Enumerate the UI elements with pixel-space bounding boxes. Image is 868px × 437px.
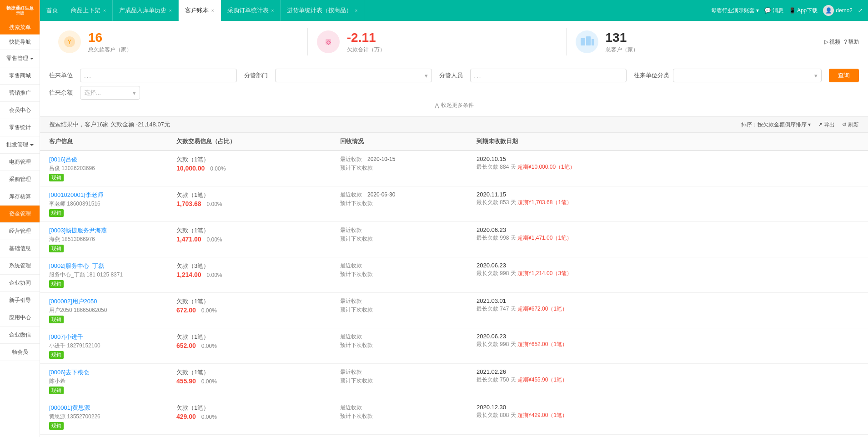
top-nav-right: 母婴行业演示账套 ▾ 💬 消息 📱 App下载 👤 demo2 ⤢ xyxy=(706,5,868,16)
sidebar-item-finance[interactable]: 资金管理 xyxy=(0,206,40,223)
debt-info-cell: 欠款（1笔） 429.00 0.00% xyxy=(176,404,340,420)
debt-info-cell: 欠款（1笔） 455.90 0.00% xyxy=(176,368,340,385)
overdue-link[interactable]: 超期¥429.00（1笔） xyxy=(517,412,567,418)
filter-dept-select[interactable]: ▾ xyxy=(275,69,432,82)
customer-badge: 现销 xyxy=(49,351,64,359)
customer-info-cell: [000001]黄思源 黄思源 13552700226 现销 xyxy=(49,404,176,430)
customer-name-link[interactable]: [000002]用户2050 xyxy=(49,297,176,306)
total-debt-value: -2.11 xyxy=(347,30,385,45)
overdue-link[interactable]: 超期¥672.00（1笔） xyxy=(517,306,567,312)
customer-name-link[interactable]: [0006]去下粮仓 xyxy=(49,368,176,377)
sidebar-item-purchase[interactable]: 采购管理 xyxy=(0,171,40,188)
table-header: 客户信息 欠款交易信息（占比） 回收情况 到期未收款日期 xyxy=(40,133,868,151)
user-avatar[interactable]: 👤 demo2 xyxy=(823,5,853,16)
sidebar-item-operations[interactable]: 经营管理 xyxy=(0,223,40,240)
customer-name-link[interactable]: [0016]吕俊 xyxy=(49,156,176,164)
industry-selector[interactable]: 母婴行业演示账套 ▾ xyxy=(711,7,759,15)
customer-name-link[interactable]: [0002]服务中心_丁磊 xyxy=(49,262,176,270)
sidebar-item-system[interactable]: 系统管理 xyxy=(0,257,40,275)
refresh-btn[interactable]: ↺ 刷新 xyxy=(842,121,859,129)
logo-text: 畅捷通好生意 示版 xyxy=(6,5,34,16)
overdue-link[interactable]: 超期¥10,000.00（1笔） xyxy=(517,164,575,170)
sidebar-item-retail-mgmt[interactable]: 零售管理 xyxy=(0,50,40,67)
sidebar-item-retail-mall[interactable]: 零售商城 xyxy=(0,67,40,85)
sort-selector[interactable]: 排序：按欠款金额倒序排序 ▾ xyxy=(741,121,811,129)
customer-contact: 服务中心_丁磊 181 0125 8371 xyxy=(49,271,176,279)
filter-person-input[interactable]: ... xyxy=(470,69,627,82)
customer-name-link[interactable]: [000001]黄思源 xyxy=(49,404,176,412)
due-date-cell: 2020.06.23 最长欠款 998 天 超期¥1,471.00（1笔） xyxy=(477,226,859,242)
sidebar-item-members[interactable]: 会员中心 xyxy=(0,102,40,119)
due-date-cell: 2020.12.30 最长欠款 808 天 超期¥429.00（1笔） xyxy=(477,404,859,419)
overdue-link[interactable]: 超期¥455.90（1笔） xyxy=(517,377,567,383)
filter-balance-label: 往来余额 xyxy=(49,89,76,97)
customer-info-cell: [0006]去下粮仓 陈小希 现销 xyxy=(49,368,176,394)
tab-production-history[interactable]: 产成品入库单历史 × xyxy=(113,0,179,21)
customer-info-cell: [000002]用户2050 用户2050 18665062050 现销 xyxy=(49,297,176,323)
fullscreen-btn[interactable]: ⤢ xyxy=(858,7,863,14)
sidebar-item-basic-info[interactable]: 基础信息 xyxy=(0,240,40,257)
payback-cell: 最近收款 2020-10-15 预计下次收款 xyxy=(340,156,477,173)
debt-info-cell: 欠款（1笔） 1,703.68 0.00% xyxy=(176,191,340,207)
sidebar-item-inventory[interactable]: 库存核算 xyxy=(0,188,40,206)
tab-product-publish[interactable]: 商品上下架 × xyxy=(65,0,113,21)
tab-customer-ledger[interactable]: 客户账本 × xyxy=(179,0,221,21)
filter-category-select[interactable]: ▾ xyxy=(673,69,822,82)
collapse-icon: ⋀ xyxy=(435,102,439,109)
chevron-down-icon: ▾ xyxy=(425,72,428,79)
overdue-link[interactable]: 超期¥652.00（1笔） xyxy=(517,341,567,347)
overdue-link[interactable]: 超期¥1,214.00（3笔） xyxy=(517,270,572,276)
help-btn[interactable]: ? 帮助 xyxy=(844,38,859,46)
sidebar-item-wechat-work[interactable]: 企业微信 xyxy=(0,326,40,344)
sidebar-item-marketing[interactable]: 营销推广 xyxy=(0,85,40,102)
sidebar-item-retail-stats[interactable]: 零售统计 xyxy=(0,119,40,136)
debt-info-cell: 欠款（1笔） 652.00 0.00% xyxy=(176,333,340,349)
download-icon: 📱 xyxy=(789,7,796,14)
tab-purchase-stats[interactable]: 采购订单统计表 × xyxy=(221,0,281,21)
chevron-down-icon: ▾ xyxy=(808,121,811,128)
customer-name-link[interactable]: [0003]畅捷服务尹海燕 xyxy=(49,226,176,235)
collapse-filter-btn[interactable]: ⋀ 收起更多条件 xyxy=(49,100,859,111)
search-menu[interactable]: 搜索菜单 xyxy=(0,21,40,35)
sidebar-item-ecommerce[interactable]: 电商管理 xyxy=(0,154,40,171)
sidebar-item-newbie[interactable]: 新手引导 xyxy=(0,292,40,309)
message-btn[interactable]: 💬 消息 xyxy=(764,7,783,15)
close-icon[interactable]: × xyxy=(271,8,274,13)
stat-debt-customers: ¥ 16 总欠款客户（家） xyxy=(49,30,307,54)
video-btn[interactable]: ▷ 视频 xyxy=(824,38,840,46)
table-row: [0007]小进千 小进千 18279152100 现销 欠款（1笔） 652.… xyxy=(40,328,868,364)
due-date-cell: 2020.10.15 最长欠款 884 天 超期¥10,000.00（1笔） xyxy=(477,156,859,171)
sidebar-item-wholesale[interactable]: 批发管理 xyxy=(0,136,40,154)
sidebar-item-enterprise[interactable]: 企业协同 xyxy=(0,275,40,292)
close-icon[interactable]: × xyxy=(211,8,214,13)
total-customers-value: 131 xyxy=(606,30,638,45)
svg-rect-6 xyxy=(592,39,594,45)
customer-name-link[interactable]: [0001020001]李老师 xyxy=(49,191,176,199)
close-icon[interactable]: × xyxy=(169,8,172,13)
close-icon[interactable]: × xyxy=(355,8,357,13)
video-icon: ▷ xyxy=(824,39,828,45)
tab-inbound-stats[interactable]: 进货单统计表（按商品） × xyxy=(281,0,364,21)
quick-nav[interactable]: 快捷导航 xyxy=(0,35,40,50)
debt-info-cell: 欠款（3笔） 1,214.00 0.00% xyxy=(176,262,340,278)
col-customer-info: 客户信息 xyxy=(49,137,176,146)
debt-customers-label: 总欠款客户（家） xyxy=(88,46,132,54)
overdue-link[interactable]: 超期¥1,471.00（1笔） xyxy=(517,235,572,241)
col-debt-info: 欠款交易信息（占比） xyxy=(176,137,340,146)
payback-cell: 最近收款 预计下次收款 xyxy=(340,262,477,279)
query-button[interactable]: 查询 xyxy=(829,69,859,82)
due-date-cell: 2021.03.01 最长欠款 747 天 超期¥672.00（1笔） xyxy=(477,297,859,313)
sidebar-item-apps[interactable]: 应用中心 xyxy=(0,309,40,326)
export-btn[interactable]: ↗ 导出 xyxy=(818,121,835,129)
filter-unit-input[interactable]: ... xyxy=(80,69,237,82)
close-icon[interactable]: × xyxy=(103,8,106,13)
filter-balance-select[interactable]: 选择... ▾ xyxy=(80,86,140,100)
customer-name-link[interactable]: [0007]小进千 xyxy=(49,333,176,341)
sidebar-item-vip[interactable]: 畅会员 xyxy=(0,344,40,361)
customer-contact: 黄思源 13552700226 xyxy=(49,413,176,421)
app-download-btn[interactable]: 📱 App下载 xyxy=(789,7,818,15)
customer-contact: 用户2050 18665062050 xyxy=(49,306,176,314)
total-customers-label: 总客户（家） xyxy=(606,46,638,54)
overdue-link[interactable]: 超期¥1,703.68（1笔） xyxy=(517,199,572,206)
tab-home[interactable]: 首页 xyxy=(40,0,65,21)
